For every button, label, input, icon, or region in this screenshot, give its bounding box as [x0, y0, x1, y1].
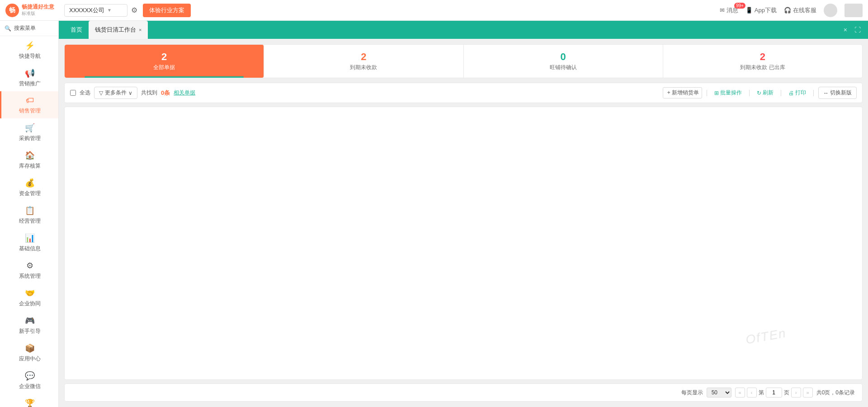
app-download-button[interactable]: 📱 App下载 [745, 6, 777, 14]
main-layout: 🔍 搜索菜单 ⚡ 快捷导航 📢 营销推广 🏷 销售管理 🛒 采购管理 🏠 库存核… [0, 21, 868, 407]
sidebar-item-label: 应用中心 [19, 355, 41, 363]
sidebar-item-label: 库存核算 [19, 162, 41, 170]
system-icon: ⚙ [26, 261, 33, 271]
tab-close-icon[interactable]: × [139, 27, 142, 33]
next-page-button[interactable]: › [791, 388, 801, 398]
filter-icon: ▽ [99, 90, 103, 96]
batch-operation-button[interactable]: ⊞ 批量操作 [712, 88, 745, 98]
basic-info-icon: 📊 [25, 233, 35, 243]
avatar[interactable] [824, 4, 837, 17]
print-button[interactable]: 🖨 打印 [786, 88, 809, 98]
page-number-input[interactable] [766, 388, 782, 398]
sidebar-item-finance[interactable]: 💰 资金管理 [0, 173, 58, 201]
tab-work-bench[interactable]: 钱货日清工作台 × [89, 21, 148, 39]
newbie-icon: 🎮 [25, 316, 35, 326]
sidebar-item-label: 新手引导 [19, 327, 41, 335]
tab-home[interactable]: 首页 [64, 21, 89, 39]
wechat-icon: 💬 [25, 371, 35, 381]
stat-all[interactable]: 2 全部单据 [65, 45, 264, 78]
sidebar-item-marketing[interactable]: 📢 营销推广 [0, 64, 58, 91]
filter-button[interactable]: ▽ 更多条件 ∨ [94, 87, 137, 99]
sidebar-item-inventory[interactable]: 🏠 库存核算 [0, 146, 58, 173]
last-page-button[interactable]: » [803, 388, 813, 398]
sidebar-item-label: 销售管理 [19, 107, 41, 115]
sidebar-item-label: 基础信息 [19, 245, 41, 253]
user-name[interactable] [844, 4, 863, 17]
purchase-icon: 🛒 [25, 123, 35, 133]
member-icon: 🏆 [25, 398, 35, 407]
finance-icon: 💰 [25, 178, 35, 188]
download-icon: 📱 [745, 7, 753, 14]
chevron-down-icon: ▼ [107, 8, 112, 13]
add-sales-order-button[interactable]: + 新增销货单 [663, 87, 702, 98]
sidebar-item-purchase[interactable]: 🛒 采购管理 [0, 118, 58, 146]
stat-number-all: 2 [161, 51, 167, 63]
related-orders-link[interactable]: 相关单据 [174, 89, 195, 97]
tab-bar: 首页 钱货日清工作台 × × ⛶ [59, 21, 868, 39]
sidebar-item-operations[interactable]: 📋 经营管理 [0, 201, 58, 229]
tab-bar-controls: × ⛶ [842, 24, 863, 35]
online-service-button[interactable]: 🎧 在线客服 [784, 6, 816, 14]
sidebar-item-system[interactable]: ⚙ 系统管理 [0, 256, 58, 284]
sidebar-item-wechat[interactable]: 💬 企业微信 [0, 366, 58, 394]
main-content: 首页 钱货日清工作台 × × ⛶ 2 全部单据 2 [59, 21, 868, 407]
headset-icon: 🎧 [784, 7, 791, 14]
stat-shipped[interactable]: 2 到期未收款 已出库 [663, 45, 862, 78]
found-count: 0条 [161, 89, 170, 97]
sidebar-item-newbie[interactable]: 🎮 新手引导 [0, 311, 58, 339]
refresh-button[interactable]: ↻ 刷新 [754, 88, 776, 98]
stat-underline [85, 76, 244, 78]
switch-icon: ↔ [823, 90, 829, 96]
top-header: 畅 畅捷通好生意 标准版 XXXXXX公司 ▼ ⚙ 体验行业方案 ✉ 消息 99… [0, 0, 868, 21]
app-logo-icon: 畅 [5, 4, 19, 17]
batch-icon: ⊞ [714, 90, 719, 96]
app-version: 标准版 [22, 10, 54, 17]
search-icon: 🔍 [5, 25, 11, 32]
stat-label-shipped: 到期未收款 已出库 [740, 64, 785, 71]
trial-button[interactable]: 体验行业方案 [143, 4, 191, 17]
page-navigation: « ‹ 第 页 › » [735, 388, 813, 398]
settings-icon[interactable]: ⚙ [131, 6, 137, 14]
tab-expand-icon[interactable]: ⛶ [853, 24, 863, 35]
sales-icon: 🏷 [26, 96, 34, 105]
refresh-icon: ↻ [757, 90, 761, 96]
message-badge: 99+ [734, 3, 745, 9]
stat-overdue[interactable]: 2 到期未收款 [264, 45, 463, 78]
divider [749, 90, 750, 96]
stat-number-overdue: 2 [361, 51, 366, 63]
stat-label-overdue: 到期未收款 [350, 64, 377, 71]
operations-icon: 📋 [25, 206, 35, 215]
pagination: 每页显示 50 100 200 « ‹ 第 页 › » 共0页，0条记录 [64, 384, 863, 402]
switch-version-button[interactable]: ↔ 切换新版 [818, 87, 857, 99]
stat-wangpu[interactable]: 0 旺铺待确认 [464, 45, 663, 78]
chevron-down-icon: ∨ [128, 90, 132, 96]
search-menu-item[interactable]: 🔍 搜索菜单 [0, 21, 58, 36]
sidebar-item-member[interactable]: 🏆 畅会员 [0, 394, 58, 407]
sidebar-item-quick-nav[interactable]: ⚡ 快捷导航 [0, 36, 58, 64]
message-icon: ✉ [720, 7, 725, 14]
sidebar-item-sales[interactable]: 🏷 销售管理 [0, 91, 58, 118]
tab-close-all-icon[interactable]: × [842, 24, 849, 35]
select-all-label: 全选 [80, 89, 90, 97]
first-page-button[interactable]: « [735, 388, 745, 398]
sidebar-item-label: 经营管理 [19, 217, 41, 225]
stat-number-shipped: 2 [760, 51, 765, 63]
company-selector[interactable]: XXXXXX公司 ▼ [64, 4, 127, 17]
sidebar-item-app-center[interactable]: 📦 应用中心 [0, 339, 58, 366]
toolbar: 全选 ▽ 更多条件 ∨ 共找到 0条 相关单据 + 新增销货单 [64, 83, 863, 103]
prev-page-button[interactable]: ‹ [747, 388, 757, 398]
message-button[interactable]: ✉ 消息 99+ [720, 6, 738, 14]
sidebar-item-basic-info[interactable]: 📊 基础信息 [0, 229, 58, 256]
sidebar-item-label: 采购管理 [19, 135, 41, 142]
app-center-icon: 📦 [25, 343, 35, 353]
sidebar-item-label: 快捷导航 [19, 52, 41, 60]
sidebar-item-label: 资金管理 [19, 190, 41, 197]
enterprise-icon: 🤝 [25, 288, 35, 298]
sidebar-item-label: 营销推广 [19, 80, 41, 88]
page-word: 页 [784, 389, 789, 397]
sidebar-item-enterprise[interactable]: 🤝 企业协同 [0, 284, 58, 311]
page-size-select[interactable]: 50 100 200 [707, 388, 731, 398]
search-menu-label: 搜索菜单 [14, 24, 36, 32]
sidebar-item-label: 企业协同 [19, 300, 41, 308]
select-all-checkbox[interactable] [70, 90, 76, 96]
